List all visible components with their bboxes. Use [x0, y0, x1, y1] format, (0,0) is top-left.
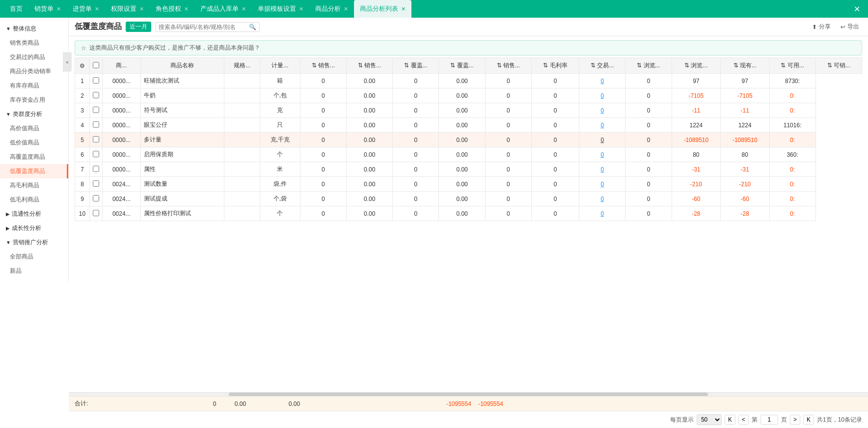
nav-product-analysis-list-close[interactable]: ✕ [401, 6, 406, 12]
search-input[interactable] [159, 24, 247, 30]
prev-page-button[interactable]: < [738, 415, 749, 425]
row-transaction[interactable]: 0 [579, 206, 625, 221]
sidebar-section-cluster-analysis[interactable]: ▼ 类群度分析 [0, 107, 68, 121]
nav-product-analysis-close[interactable]: ✕ [344, 6, 348, 12]
sidebar-item-high-value[interactable]: 高价值商品 [0, 121, 68, 136]
row-transaction[interactable]: 0 [579, 133, 625, 147]
search-icon[interactable]: 🔍 [249, 24, 256, 30]
row-code: 0000... [103, 74, 141, 88]
nav-template-settings[interactable]: 单据模板设置 ✕ [252, 0, 309, 18]
sidebar-item-sales-goods[interactable]: 销售类商品 [0, 36, 68, 50]
row-checkbox[interactable] [90, 206, 103, 221]
sidebar-item-category-turnover[interactable]: 商品分类动销率 [0, 64, 68, 79]
col-sales1-header[interactable]: ⇅ 销售... [300, 58, 346, 74]
row-checkbox[interactable] [90, 103, 103, 118]
row-select-checkbox[interactable] [93, 77, 99, 84]
col-browse2-header[interactable]: ⇅ 浏览... [672, 58, 720, 74]
settings-icon[interactable]: ⚙ [80, 62, 85, 69]
last-page-button[interactable]: K [803, 415, 814, 425]
sidebar-item-low-coverage[interactable]: 低覆盖度商品 [0, 164, 68, 178]
row-select-checkbox[interactable] [93, 180, 99, 187]
page-number-input[interactable] [760, 415, 778, 425]
row-checkbox[interactable] [90, 162, 103, 177]
row-checkbox[interactable] [90, 147, 103, 162]
nav-sales-order[interactable]: 销货单 ✕ [28, 0, 67, 18]
nav-purchase-order[interactable]: 进货单 ✕ [67, 0, 105, 18]
row-select-checkbox[interactable] [93, 166, 99, 172]
sidebar-item-new-goods[interactable]: 新品 [0, 264, 68, 278]
row-select-checkbox[interactable] [93, 107, 99, 113]
first-page-button[interactable]: K [725, 415, 735, 425]
row-sales2: 0.00 [347, 74, 393, 88]
sidebar-section-marketing[interactable]: ▼ 营销推广分析 [0, 235, 68, 250]
col-unit-header: 计量... [260, 58, 300, 74]
row-transaction[interactable]: 0 [579, 177, 625, 192]
next-page-button[interactable]: > [790, 415, 800, 425]
nav-product-analysis-list[interactable]: 商品分析列表 ✕ [354, 0, 411, 18]
nav-sales-order-close[interactable]: ✕ [56, 6, 61, 12]
row-checkbox[interactable] [90, 192, 103, 206]
horizontal-scrollbar[interactable] [69, 392, 868, 396]
row-checkbox[interactable] [90, 74, 103, 88]
nav-product-entry-close[interactable]: ✕ [242, 6, 246, 12]
sidebar-item-high-margin[interactable]: 高毛利商品 [0, 178, 68, 193]
nav-role-auth-close[interactable]: ✕ [184, 6, 189, 12]
col-browse1-header[interactable]: ⇅ 浏览... [625, 58, 672, 74]
col-sellable-header[interactable]: ⇅ 可销... [815, 58, 862, 74]
table-container[interactable]: ⚙ 商... 商品名称 规格... 计量... ⇅ 销售... ⇅ 销售... [69, 57, 868, 392]
row-transaction[interactable]: 0 [579, 74, 625, 88]
col-transaction-header[interactable]: ⇅ 交易... [579, 58, 625, 74]
col-current-stock-header[interactable]: ⇅ 现有... [721, 58, 769, 74]
sidebar-item-inventory-capital[interactable]: 库存资金占用 [0, 93, 68, 107]
row-select-checkbox[interactable] [93, 151, 99, 157]
row-transaction[interactable]: 0 [579, 88, 625, 103]
window-close-button[interactable]: ✕ [850, 4, 864, 14]
nav-product-analysis[interactable]: 商品分析 ✕ [309, 0, 354, 18]
col-checkbox[interactable] [90, 58, 103, 74]
row-select-checkbox[interactable] [93, 136, 99, 143]
row-transaction[interactable]: 0 [579, 162, 625, 177]
col-sales2-header[interactable]: ⇅ 销售... [347, 58, 393, 74]
row-checkbox[interactable] [90, 118, 103, 133]
row-select-checkbox[interactable] [93, 210, 99, 216]
row-transaction[interactable]: 0 [579, 192, 625, 206]
row-select-checkbox[interactable] [93, 195, 99, 201]
nav-home[interactable]: 首页 [4, 0, 28, 18]
nav-permissions[interactable]: 权限设置 ✕ [105, 0, 150, 18]
col-coverage1-header[interactable]: ⇅ 覆盖... [393, 58, 439, 74]
row-select-checkbox[interactable] [93, 92, 99, 98]
row-margin: 0 [531, 147, 579, 162]
nav-permissions-close[interactable]: ✕ [139, 6, 144, 12]
sidebar-item-stocked-goods[interactable]: 有库存商品 [0, 79, 68, 93]
time-filter-button[interactable]: 近一月 [126, 22, 151, 32]
row-checkbox[interactable] [90, 133, 103, 147]
row-transaction[interactable]: 0 [579, 118, 625, 133]
nav-product-entry[interactable]: 产成品入库单 ✕ [194, 0, 252, 18]
row-transaction[interactable]: 0 [579, 147, 625, 162]
nav-purchase-order-close[interactable]: ✕ [95, 6, 99, 12]
share-button[interactable]: ⬆ 分享 [809, 22, 834, 32]
select-all-checkbox[interactable] [93, 62, 99, 68]
sidebar-item-low-value[interactable]: 低价值商品 [0, 136, 68, 150]
row-checkbox[interactable] [90, 88, 103, 103]
col-margin-header[interactable]: ⇅ 毛利率 [531, 58, 579, 74]
row-checkbox[interactable] [90, 177, 103, 192]
sidebar-item-traded-goods[interactable]: 交易过的商品 [0, 50, 68, 64]
col-sales3-header[interactable]: ⇅ 销售... [485, 58, 531, 74]
sidebar-item-low-margin[interactable]: 低毛利商品 [0, 193, 68, 207]
sidebar-section-liquidity[interactable]: ▶ 流通性分析 [0, 207, 68, 221]
row-select-checkbox[interactable] [93, 121, 99, 128]
sidebar-section-growth[interactable]: ▶ 成长性分析 [0, 221, 68, 235]
nav-template-settings-close[interactable]: ✕ [299, 6, 303, 12]
page-size-select[interactable]: 50 20 100 [697, 414, 722, 425]
row-transaction[interactable]: 0 [579, 103, 625, 118]
col-available-stock-header[interactable]: ⇅ 可用... [769, 58, 815, 74]
sidebar-item-all-goods[interactable]: 全部商品 [0, 250, 68, 264]
export-button[interactable]: ↩ 导出 [838, 22, 862, 32]
col-settings[interactable]: ⚙ [75, 58, 90, 74]
sidebar-section-general-info[interactable]: ▼ 整体信息 [0, 22, 68, 36]
col-coverage2-header[interactable]: ⇅ 覆盖... [439, 58, 485, 74]
sidebar-collapse-button[interactable]: « [63, 52, 72, 72]
nav-role-auth[interactable]: 角色授权 ✕ [150, 0, 194, 18]
sidebar-item-high-coverage[interactable]: 高覆盖度商品 [0, 150, 68, 164]
